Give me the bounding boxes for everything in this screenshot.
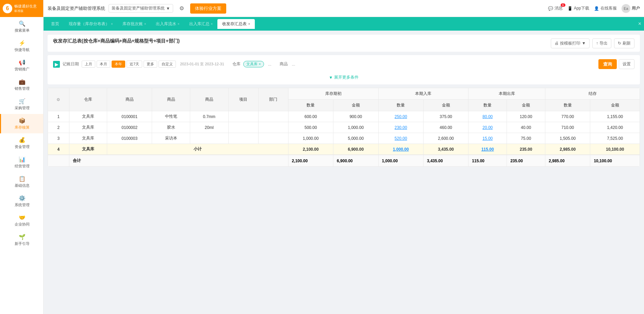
sub-in-amt: 3,435.00	[423, 144, 468, 155]
sidebar: 6 畅捷通好生意 标准版 🔍搜索菜单⚡快捷导航📢营销推广💼销售管理🛒采购管理📦库…	[0, 0, 44, 314]
sidebar-item-7[interactable]: 📊经营管理	[0, 153, 43, 172]
sidebar-item-1[interactable]: ⚡快捷导航	[0, 36, 43, 56]
settings-icon[interactable]: ⚙	[56, 97, 60, 102]
tab-close-5[interactable]: ×	[248, 22, 250, 26]
cell-open-qty-1: 500.00	[288, 122, 333, 133]
sidebar-icon-3: 💼	[19, 79, 26, 85]
date-btn-1[interactable]: 本月	[97, 61, 110, 68]
tab-close-2[interactable]: ×	[144, 22, 146, 26]
refresh-button[interactable]: ↻ 刷新	[614, 38, 634, 48]
out-qty-link-0[interactable]: 80.00	[482, 114, 493, 119]
system-title-dropdown[interactable]: 装备及固定资产辅助管理系统 ▼	[109, 4, 173, 13]
tab-1[interactable]: 现存量（库存分布表）×	[64, 19, 118, 29]
sidebar-label-2: 营销推广	[15, 67, 30, 72]
tab-0[interactable]: 首页	[46, 19, 64, 29]
print-button[interactable]: 🖨 按模板打印 ▼	[551, 38, 590, 48]
cell-in-qty-2[interactable]: 520.00	[378, 133, 423, 144]
sidebar-item-8[interactable]: 📋基础信息	[0, 172, 43, 192]
cell-out-amt-0: 120.00	[507, 111, 545, 122]
search-button[interactable]: 查询	[598, 59, 617, 69]
in-qty-link-0[interactable]: 250.00	[395, 114, 407, 119]
col-close-qty: 数量	[545, 100, 590, 111]
tab-3[interactable]: 出入库流水×	[151, 19, 184, 29]
sidebar-label-5: 库存核算	[15, 125, 30, 130]
cell-in-qty-0[interactable]: 250.00	[378, 111, 423, 122]
sidebar-item-11[interactable]: 🌱新手引导	[0, 230, 43, 250]
tabs-close-all[interactable]: ×	[638, 21, 641, 27]
cell-in-qty-1[interactable]: 230.00	[378, 122, 423, 133]
out-qty-link-2[interactable]: 15.00	[482, 136, 493, 141]
sidebar-item-2[interactable]: 📢营销推广	[0, 56, 43, 75]
tab-close-4[interactable]: ×	[211, 22, 213, 26]
cell-in-amt-0: 375.00	[423, 111, 468, 122]
sidebar-item-9[interactable]: ⚙️系统管理	[0, 192, 43, 211]
sidebar-item-5[interactable]: 📦库存核算	[0, 114, 43, 133]
out-qty-link-1[interactable]: 20.00	[482, 125, 493, 130]
cell-project-2	[228, 133, 258, 144]
col-open-amt: 金额	[333, 100, 378, 111]
export-icon: ↑	[596, 41, 598, 46]
tab-label-3: 出入库流水	[156, 21, 176, 27]
sidebar-item-3[interactable]: 💼销售管理	[0, 75, 43, 95]
topbar-actions: 💬 消息 6 📱 App下载 👤 在线客服 Ea 用户	[548, 4, 640, 13]
sub-out-qty-link[interactable]: 115.00	[481, 147, 494, 152]
dropdown-label: 装备及固定资产辅助管理系统	[112, 5, 165, 11]
warehouse-tag-text: 文具库	[246, 62, 258, 67]
settings-icon[interactable]: ⚙	[177, 3, 187, 14]
tab-close-3[interactable]: ×	[178, 22, 180, 26]
sub-in-qty: 1,000.00	[378, 144, 423, 155]
user-menu[interactable]: Ea 用户	[622, 4, 640, 13]
cell-name-0: 中性笔	[152, 111, 190, 122]
cell-warehouse-2: 文具库	[69, 133, 107, 144]
sidebar-label-4: 采购管理	[15, 105, 30, 111]
cell-spec-2	[190, 133, 228, 144]
expand-arrow[interactable]: ▶	[53, 61, 60, 68]
sidebar-item-10[interactable]: 🤝企业协同	[0, 211, 43, 230]
total-close-amt: 10,100.00	[590, 155, 640, 167]
date-btn-5[interactable]: 自定义	[159, 61, 176, 68]
warehouse-tag-close[interactable]: ×	[259, 62, 261, 66]
cell-close-qty-2: 1,505.00	[545, 133, 590, 144]
cell-close-qty-0: 770.00	[545, 111, 590, 122]
goods-more[interactable]: ...	[292, 62, 295, 67]
cell-dept-1	[258, 122, 288, 133]
demo-button[interactable]: 体验行业方案	[190, 3, 226, 14]
cell-project-1	[228, 122, 258, 133]
tab-close-1[interactable]: ×	[111, 22, 113, 26]
export-button[interactable]: ↑ 导出	[592, 38, 611, 48]
online-service-label: 在线客服	[600, 5, 617, 11]
tab-label-0: 首页	[51, 21, 59, 27]
sidebar-item-6[interactable]: 💰资金管理	[0, 133, 43, 153]
expand-more-btn[interactable]: ▼ 展开更多条件	[329, 75, 359, 80]
message-action[interactable]: 💬 消息 6	[548, 5, 563, 11]
date-btn-0[interactable]: 上月	[82, 61, 95, 68]
sub-in-qty-link[interactable]: 1,000.00	[393, 147, 409, 152]
tab-4[interactable]: 出入库汇总×	[184, 19, 218, 29]
filter-setting-button[interactable]: 设置	[619, 59, 634, 69]
goods-label: 商品	[280, 61, 288, 67]
date-btn-2[interactable]: 本年	[112, 61, 125, 68]
cell-in-amt-2: 2,600.00	[423, 133, 468, 144]
logo: 6 畅捷通好生意 标准版	[0, 0, 43, 17]
warehouse-more[interactable]: ...	[268, 62, 271, 67]
cell-out-qty-2[interactable]: 15.00	[468, 133, 507, 144]
tab-5[interactable]: 收发存汇总表×	[217, 19, 255, 29]
sidebar-label-0: 搜索菜单	[15, 28, 30, 33]
sidebar-icon-11: 🌱	[19, 234, 26, 240]
tab-2[interactable]: 库存批次账×	[118, 19, 151, 29]
date-btn-3[interactable]: 近7天	[127, 61, 142, 68]
logo-sub: 标准版	[14, 9, 37, 13]
col-out-amt: 金额	[507, 100, 545, 111]
date-btn-4[interactable]: 更多	[144, 61, 157, 68]
sidebar-item-4[interactable]: 🛒采购管理	[0, 95, 43, 114]
sidebar-icon-7: 📊	[19, 156, 26, 163]
cell-out-qty-1[interactable]: 20.00	[468, 122, 507, 133]
online-service-action[interactable]: 👤 在线客服	[594, 5, 617, 11]
cell-out-qty-0[interactable]: 80.00	[468, 111, 507, 122]
sidebar-item-0[interactable]: 🔍搜索菜单	[0, 17, 43, 36]
in-qty-link-2[interactable]: 520.00	[395, 136, 407, 141]
sub-open-qty: 2,100.00	[288, 144, 333, 155]
filter-bar: ▶ 记账日期 上月本月本年近7天更多自定义 2023-01-01 至 2023-…	[48, 55, 640, 84]
in-qty-link-1[interactable]: 230.00	[395, 125, 407, 130]
app-download-action[interactable]: 📱 App下载	[567, 5, 589, 11]
